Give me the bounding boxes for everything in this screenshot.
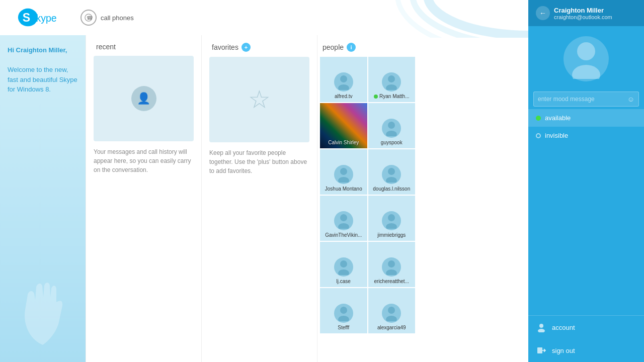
right-panel-header: ← Craighton Miller craighton@outlook.com	[528, 0, 644, 26]
person-tile[interactable]: douglas.l.nilsson	[368, 149, 416, 195]
people-info-icon[interactable]: i	[347, 43, 356, 52]
svg-rect-34	[537, 347, 542, 353]
svg-point-23	[338, 269, 349, 275]
person-avatar	[382, 165, 401, 184]
svg-point-33	[538, 329, 545, 332]
status-invisible[interactable]: invisible	[528, 127, 644, 144]
call-phones-label: call phones	[101, 14, 134, 22]
svg-text:☎: ☎	[87, 15, 93, 21]
person-name-row: lj.case	[337, 279, 351, 284]
username: Craighton Miller	[554, 7, 612, 14]
svg-point-31	[572, 65, 600, 79]
person-avatar	[334, 72, 353, 92]
svg-point-11	[386, 84, 397, 90]
status-available[interactable]: available	[528, 109, 644, 127]
available-label: available	[545, 114, 571, 122]
invisible-dot	[536, 133, 541, 138]
person-name: erichereatthet...	[374, 279, 409, 284]
person-name: GavinTheVikin...	[325, 232, 362, 238]
person-tile[interactable]: Ryan Matth...	[368, 57, 416, 102]
svg-point-21	[386, 223, 397, 229]
person-avatar	[334, 257, 353, 277]
right-panel-bottom: account sign out	[528, 315, 644, 362]
person-name: guyspook	[381, 140, 403, 145]
mood-input-area[interactable]: ☺	[533, 92, 639, 107]
svg-point-16	[388, 168, 395, 175]
person-tile[interactable]: lj.case	[320, 242, 367, 287]
person-tile[interactable]: GavinTheVikin...	[320, 196, 367, 241]
svg-point-22	[340, 260, 347, 267]
person-name-row: alexgarcia49	[377, 325, 406, 330]
person-name-row: Ryan Matth...	[374, 94, 409, 99]
person-avatar	[334, 211, 353, 230]
people-title: people	[323, 43, 344, 51]
person-avatar	[382, 304, 401, 323]
svg-point-29	[386, 316, 397, 321]
welcome-text: Hi Craighton Miller, Welcome to the new,…	[8, 45, 78, 95]
favorites-add-icon[interactable]: +	[242, 43, 251, 52]
favorites-header: favorites +	[209, 35, 309, 57]
mood-emoji-icon[interactable]: ☺	[627, 95, 634, 103]
svg-point-12	[388, 122, 395, 129]
person-tile[interactable]: erichereatthet...	[368, 242, 416, 287]
people-grid: alfred.tvRyan Matth...Calvin Shirleyguys…	[320, 57, 415, 333]
svg-point-24	[388, 260, 395, 267]
person-name: Joshua Montano	[325, 186, 362, 192]
svg-text:kype: kype	[36, 13, 56, 24]
person-name: douglas.l.nilsson	[373, 186, 410, 192]
person-name: jimmiebriggs	[377, 232, 406, 238]
user-info: Craighton Miller craighton@outlook.com	[554, 7, 612, 20]
right-panel: ← Craighton Miller craighton@outlook.com…	[528, 0, 644, 362]
svg-point-20	[388, 214, 395, 221]
welcome-greeting: Hi Craighton Miller,	[8, 46, 67, 54]
people-header: people i	[320, 35, 415, 57]
person-name: Stefff	[338, 325, 349, 330]
call-phones-button[interactable]: ☎ call phones	[80, 10, 134, 26]
svg-point-30	[577, 42, 595, 60]
person-tile[interactable]: Calvin Shirley	[320, 103, 367, 148]
person-avatar	[334, 304, 353, 323]
svg-point-13	[386, 131, 397, 136]
person-tile[interactable]: Stefff	[320, 288, 367, 333]
email: craighton@outlook.com	[554, 14, 612, 20]
svg-point-27	[338, 316, 349, 321]
person-tile[interactable]: alexgarcia49	[368, 288, 416, 333]
account-label: account	[552, 324, 575, 331]
person-tile[interactable]: jimmiebriggs	[368, 196, 416, 241]
person-name-row: Calvin Shirley	[328, 140, 359, 145]
svg-point-28	[388, 307, 395, 314]
avatar-large	[564, 36, 609, 81]
back-icon: ←	[539, 9, 546, 17]
people-section: people i alfred.tvRyan Matth...Calvin Sh…	[317, 35, 418, 362]
avatar-icon: 👤	[137, 92, 150, 105]
svg-point-14	[340, 168, 347, 175]
welcome-panel: Hi Craighton Miller, Welcome to the new,…	[0, 35, 86, 362]
recent-title: recent	[96, 43, 116, 51]
svg-point-25	[386, 269, 397, 275]
svg-point-26	[340, 307, 347, 314]
back-button[interactable]: ←	[536, 6, 550, 20]
account-action[interactable]: account	[528, 316, 644, 339]
svg-point-32	[539, 324, 543, 328]
svg-point-17	[386, 177, 397, 183]
person-name-row: Joshua Montano	[325, 186, 362, 192]
mood-input[interactable]	[538, 96, 627, 103]
person-name: Calvin Shirley	[328, 140, 359, 145]
person-avatar	[382, 257, 401, 277]
favorites-title: favorites	[212, 43, 238, 51]
recent-header: recent	[94, 35, 194, 56]
svg-point-8	[340, 75, 347, 82]
person-name: alexgarcia49	[377, 325, 406, 330]
person-name-row: GavinTheVikin...	[325, 232, 362, 238]
star-icon: ☆	[248, 85, 271, 114]
person-avatar	[382, 119, 401, 138]
person-tile[interactable]: Joshua Montano	[320, 149, 367, 195]
person-tile[interactable]: guyspook	[368, 103, 416, 148]
person-name: lj.case	[337, 279, 351, 284]
sign-out-action[interactable]: sign out	[528, 339, 644, 362]
person-tile[interactable]: alfred.tv	[320, 57, 367, 102]
favorites-placeholder: ☆	[209, 57, 309, 142]
available-dot	[536, 116, 541, 121]
svg-point-9	[338, 84, 349, 90]
welcome-message: Welcome to the new, fast and beautiful S…	[8, 66, 77, 93]
